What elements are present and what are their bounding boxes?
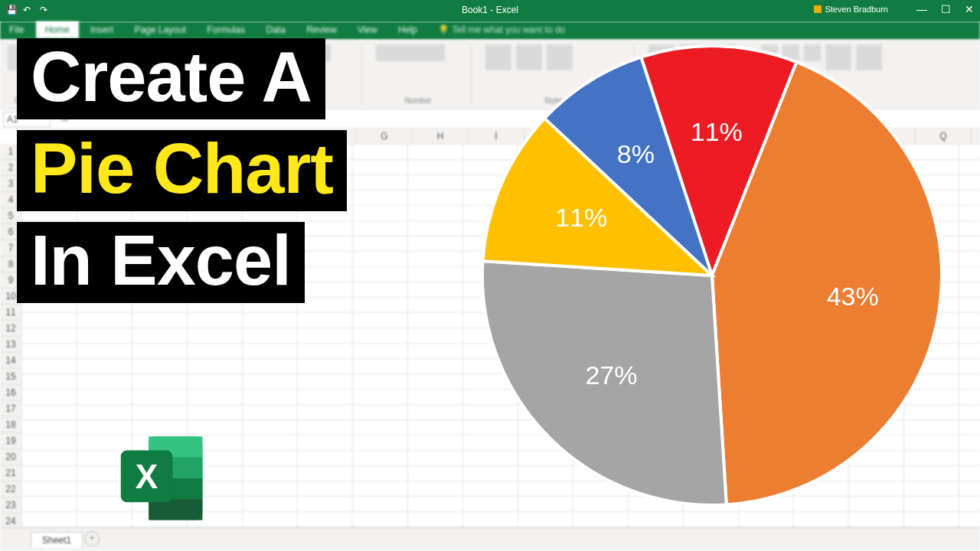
row-header[interactable]: 18 (0, 417, 21, 433)
row-header[interactable]: 17 (0, 401, 21, 417)
group-number: Number (376, 96, 460, 105)
redo-icon[interactable]: ↷ (40, 5, 51, 15)
row-header[interactable]: 23 (0, 497, 21, 514)
row-header[interactable]: 15 (0, 369, 21, 385)
tab-review[interactable]: Review (297, 21, 345, 38)
col-header[interactable]: R (972, 129, 980, 144)
pie-data-label: 11% (691, 117, 743, 146)
row-header[interactable]: 22 (0, 481, 21, 497)
tab-pagelayout[interactable]: Page Layout (125, 21, 194, 38)
overlay-headline: Create A Pie Chart In Excel (17, 38, 347, 314)
document-title: Book1 - Excel (462, 5, 518, 15)
close-icon[interactable]: ✕ (965, 3, 974, 15)
pie-data-label: 11% (555, 203, 607, 232)
pie-data-label: 8% (617, 139, 655, 168)
row-header[interactable]: 20 (0, 449, 21, 465)
pie-data-label: 43% (827, 282, 879, 311)
headline-line2: Pie Chart (17, 130, 347, 211)
row-header[interactable]: 13 (0, 337, 21, 353)
col-header[interactable]: H (413, 129, 469, 144)
tab-help[interactable]: Help (389, 21, 426, 38)
row-header[interactable]: 19 (0, 433, 21, 449)
row-header[interactable]: 16 (0, 385, 21, 401)
minimize-icon[interactable]: — (916, 3, 927, 15)
tab-view[interactable]: View (348, 21, 387, 38)
headline-line1: Create A (17, 38, 325, 119)
pie-data-label: 27% (585, 360, 637, 390)
signed-in-user: Steven Bradburn (814, 5, 888, 14)
tab-data[interactable]: Data (257, 21, 295, 38)
tab-home[interactable]: Home (36, 21, 79, 38)
pie-chart: 11%43%27%11%8% (467, 31, 957, 520)
row-header[interactable]: 12 (0, 321, 21, 337)
headline-line3: In Excel (17, 222, 305, 303)
tab-file[interactable]: File (0, 21, 33, 38)
excel-title-bar: 💾 ↶ ↷ Book1 - Excel Steven Bradburn — ☐ … (0, 0, 980, 21)
svg-rect-4 (149, 499, 202, 520)
save-icon[interactable]: 💾 (6, 5, 17, 15)
tab-formulas[interactable]: Formulas (198, 21, 254, 38)
number-format-icon[interactable] (376, 44, 445, 61)
tab-insert[interactable]: Insert (81, 21, 122, 38)
undo-icon[interactable]: ↶ (23, 5, 34, 15)
quick-access-toolbar: 💾 ↶ ↷ (6, 5, 51, 15)
new-sheet-icon[interactable]: + (84, 531, 100, 546)
sheet-tab-active[interactable]: Sheet1 (31, 532, 83, 548)
maximize-icon[interactable]: ☐ (941, 3, 951, 15)
excel-logo-icon: X (115, 429, 214, 531)
row-header[interactable]: 14 (0, 353, 21, 369)
svg-text:X: X (136, 458, 158, 495)
row-header[interactable]: 21 (0, 465, 21, 481)
col-header[interactable]: G (357, 129, 413, 144)
